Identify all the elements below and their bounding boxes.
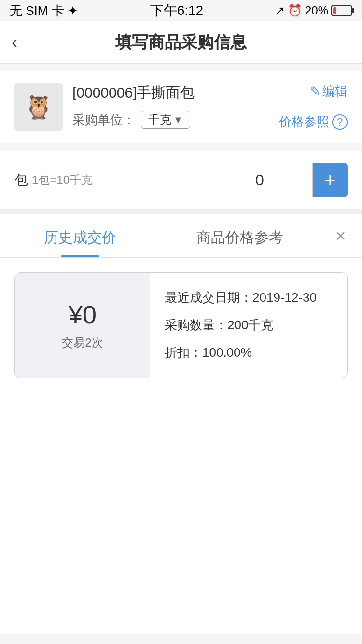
sim-wifi-label: 无 SIM 卡 ✦ xyxy=(10,2,78,19)
help-icon: ? xyxy=(332,114,348,130)
edit-button[interactable]: ✎ 编辑 xyxy=(310,83,348,100)
tab-close-button[interactable]: × xyxy=(320,215,362,257)
unit-dropdown-icon: ▼ xyxy=(173,114,183,126)
back-button[interactable]: ‹ xyxy=(12,32,17,53)
quantity-row: 包 1包=10千克 + xyxy=(0,151,362,210)
edit-icon: ✎ xyxy=(310,84,320,99)
status-bar: 无 SIM 卡 ✦ 下午6:12 ↗ ⏰ 20% xyxy=(0,0,362,21)
qty-unit-label: 包 xyxy=(14,171,28,189)
qty-input[interactable] xyxy=(207,163,313,197)
unit-badge[interactable]: 千克 ▼ xyxy=(141,111,190,129)
product-thumbnail-icon: 🦉 xyxy=(24,94,53,121)
status-right: ↗ ⏰ 20% xyxy=(275,4,352,17)
alarm-icon: ⏰ xyxy=(288,4,302,17)
tabs-section: 历史成交价 商品价格参考 × ¥0 交易2次 最近成交日期：2019-12-30… xyxy=(0,210,362,392)
battery-fill xyxy=(333,7,336,14)
product-image: 🦉 xyxy=(14,83,63,131)
tabs-header: 历史成交价 商品价格参考 × xyxy=(0,214,362,258)
battery-icon xyxy=(331,5,352,16)
tab-history-price[interactable]: 历史成交价 xyxy=(0,214,160,257)
transaction-count: 交易2次 xyxy=(62,335,103,350)
transaction-price: ¥0 xyxy=(69,300,97,329)
status-left: 无 SIM 卡 ✦ xyxy=(10,2,78,19)
transaction-purchase-qty: 采购数量：200千克 xyxy=(165,316,333,335)
product-top: 🦉 [0000006]手撕面包 采购单位： 千克 ▼ ✎ 编辑 xyxy=(14,83,348,131)
status-time: 下午6:12 xyxy=(150,1,204,20)
transaction-last-date: 最近成交日期：2019-12-30 xyxy=(165,288,333,307)
transaction-discount: 折扣：100.00% xyxy=(165,343,333,362)
edit-label: 编辑 xyxy=(322,83,348,100)
nav-bar: ‹ 填写商品采购信息 xyxy=(0,21,362,64)
bottom-area xyxy=(0,392,362,634)
qty-label: 包 1包=10千克 xyxy=(14,171,93,189)
unit-label: 采购单位： xyxy=(72,112,135,128)
price-ref-label: 价格参照 xyxy=(279,113,329,130)
unit-value: 千克 xyxy=(148,112,171,127)
product-actions: ✎ 编辑 价格参照 ? xyxy=(279,83,348,130)
product-name: [0000006]手撕面包 xyxy=(72,83,195,103)
page-title: 填写商品采购信息 xyxy=(115,31,247,54)
product-info: [0000006]手撕面包 采购单位： 千克 ▼ xyxy=(72,83,195,129)
qty-controls: + xyxy=(207,163,348,197)
qty-plus-button[interactable]: + xyxy=(313,163,348,197)
location-icon: ↗ xyxy=(275,4,285,17)
tab-price-reference[interactable]: 商品价格参考 xyxy=(160,214,320,257)
tab-content: ¥0 交易2次 最近成交日期：2019-12-30 采购数量：200千克 折扣：… xyxy=(0,258,362,392)
qty-unit-note: 1包=10千克 xyxy=(32,172,93,188)
price-ref-button[interactable]: 价格参照 ? xyxy=(279,113,348,130)
product-left: 🦉 [0000006]手撕面包 采购单位： 千克 ▼ xyxy=(14,83,195,131)
transaction-right: 最近成交日期：2019-12-30 采购数量：200千克 折扣：100.00% xyxy=(150,273,347,378)
product-card: 🦉 [0000006]手撕面包 采购单位： 千克 ▼ ✎ 编辑 xyxy=(0,71,362,143)
battery-percent: 20% xyxy=(305,4,328,17)
product-unit-row: 采购单位： 千克 ▼ xyxy=(72,111,195,129)
transaction-left: ¥0 交易2次 xyxy=(15,273,150,378)
transaction-card: ¥0 交易2次 最近成交日期：2019-12-30 采购数量：200千克 折扣：… xyxy=(14,272,348,378)
